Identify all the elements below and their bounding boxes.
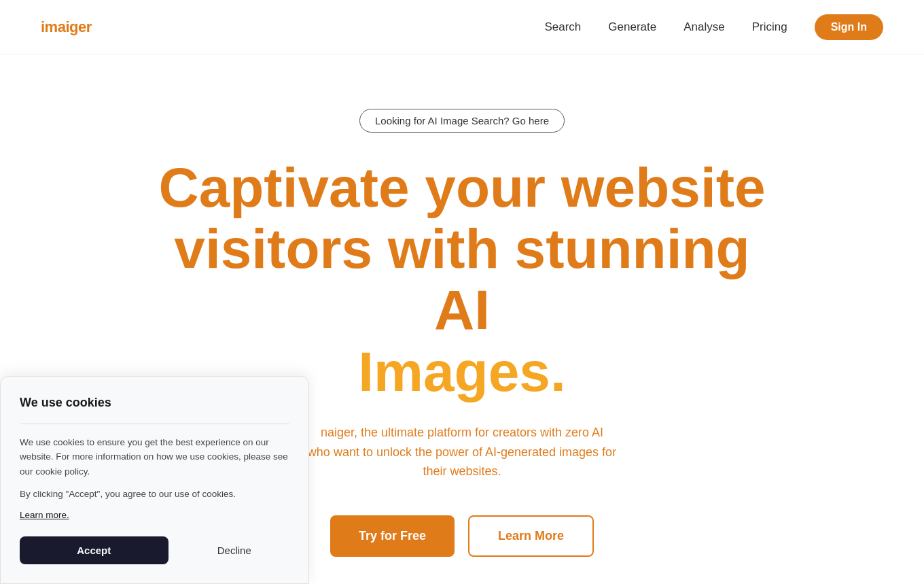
- hero-title-line3: Images.: [358, 341, 565, 402]
- cookie-accept-button[interactable]: Accept: [20, 536, 168, 564]
- learn-more-button[interactable]: Learn More: [468, 515, 594, 557]
- hero-subtitle-suffix: their websites.: [423, 464, 501, 478]
- hero-subtitle-prefix: naiger, the ultimate platform for creato…: [321, 426, 603, 439]
- hero-title: Captivate your website visitors with stu…: [156, 157, 768, 402]
- cookie-divider: [20, 424, 289, 424]
- cookie-decline-button[interactable]: Decline: [179, 536, 290, 564]
- nav-links: Search Generate Analyse Pricing Sign In: [544, 14, 883, 40]
- brand-logo[interactable]: imaiger: [41, 18, 92, 36]
- nav-link-pricing[interactable]: Pricing: [752, 20, 787, 34]
- hero-subtitle-middle: who want to unlock the power of AI-gener…: [308, 445, 616, 459]
- cookie-buttons: Accept Decline: [20, 536, 289, 564]
- cookie-learn-more-link[interactable]: Learn more.: [20, 510, 289, 520]
- hero-buttons: Try for Free Learn More: [330, 515, 594, 557]
- cookie-title: We use cookies: [20, 396, 289, 410]
- try-free-button[interactable]: Try for Free: [330, 515, 455, 557]
- hero-title-line2: visitors with stunning AI: [174, 218, 749, 341]
- nav-link-generate[interactable]: Generate: [608, 20, 656, 34]
- hero-badge[interactable]: Looking for AI Image Search? Go here: [359, 109, 565, 133]
- cookie-banner: We use cookies We use cookies to ensure …: [0, 376, 309, 584]
- signin-button[interactable]: Sign In: [815, 14, 883, 40]
- nav-link-search[interactable]: Search: [544, 20, 581, 34]
- cookie-body: We use cookies to ensure you get the bes…: [20, 435, 289, 479]
- nav-link-analyse[interactable]: Analyse: [683, 20, 724, 34]
- hero-title-line1: Captivate your website: [158, 156, 765, 218]
- hero-subtitle: naiger, the ultimate platform for creato…: [308, 423, 616, 481]
- cookie-consent-text: By clicking "Accept", you agree to our u…: [20, 487, 289, 502]
- navbar: imaiger Search Generate Analyse Pricing …: [0, 0, 924, 54]
